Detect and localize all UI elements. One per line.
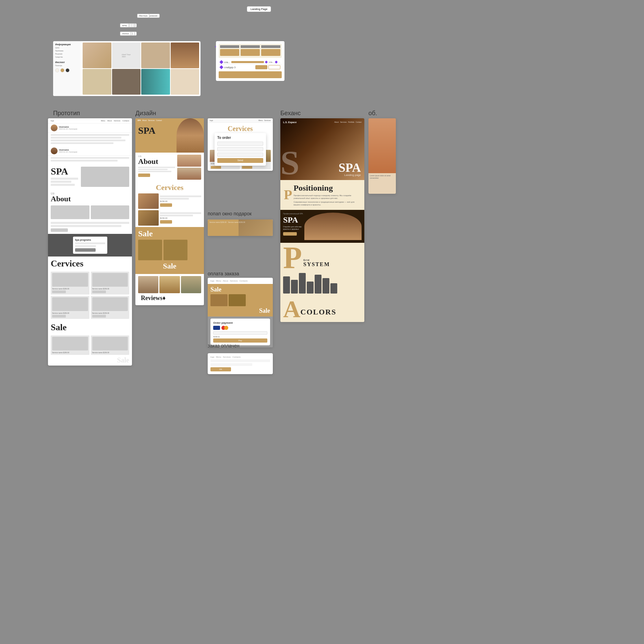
design-about-section: Us About (135, 153, 204, 182)
ob-img (368, 118, 396, 173)
design-sale-bottom-title: Sale (138, 260, 201, 272)
visa-icon (213, 326, 220, 330)
proto-sale-bottom: Sale (48, 356, 132, 366)
design-sale-img-2 (163, 240, 187, 260)
proto-sale-title: Sale (48, 320, 132, 334)
proto-sp-btn[interactable] (75, 248, 96, 252)
order-paid-btn[interactable]: OK (210, 367, 231, 371)
moodboard-images: Heal YourSkin (81, 41, 201, 96)
mastercard-icon (221, 326, 228, 330)
order-payment-label: оплата заказа (208, 271, 239, 276)
slider-3-label: слайдер 3 (224, 66, 235, 69)
behance-pos-title: Positioning (293, 183, 361, 193)
design-about-title: About (138, 158, 175, 165)
ob-container: Lorem ipsum dolor sit amet consectetur (368, 118, 396, 194)
proto-sale-card-2: Service name $156.00 (91, 335, 130, 355)
popup-service-btn-1[interactable] (211, 166, 221, 169)
order-paid-container: logo · Menu · Services · Contacts OK (208, 353, 273, 374)
ob-section-label: об. (368, 110, 377, 117)
behance-section-label: Беханс (280, 110, 301, 117)
proto-spa-title: SPA (51, 167, 78, 176)
moodboard-sidebar: Информация Цена Проблема Решение Средств… (53, 41, 81, 96)
prototype-section-label: Прототип (53, 110, 80, 117)
group28-bar (219, 71, 282, 78)
popup-send-btn[interactable]: Send (217, 158, 263, 163)
flowchart-main-label: Landing Page (251, 8, 267, 11)
proto-hero-section: Username 2024-01-15 • Категория Username… (48, 123, 132, 164)
proto-about-title: About (51, 195, 129, 203)
proto-avatar-2 (51, 147, 58, 154)
fc-subnode-21: checkout (120, 32, 131, 36)
behance-landing-tag: Landing page (344, 174, 361, 177)
gift-popup-container: Service name $156.00 Service name $156.0… (208, 219, 273, 236)
design-review-img-1 (138, 276, 158, 293)
proto-spa-hero: SPA (48, 164, 132, 190)
slider-1-label: сла... (224, 61, 230, 63)
proto-cervices-title: Cervices (48, 257, 132, 270)
behance-system-title: SYSTEM (303, 261, 362, 267)
proto-nav: logo Menu About Services Contacts (48, 118, 132, 123)
design-sale-title: Sale (138, 229, 201, 238)
order-sale-title: Sale (210, 286, 270, 293)
prototype-container: logo Menu About Services Contacts Userna… (48, 118, 132, 366)
order-sale-bottom: Sale (210, 307, 270, 314)
group28-table (219, 44, 282, 58)
behance-p-bg: P (284, 188, 292, 202)
design-services-list: $156.00 $156.00 (135, 193, 204, 226)
card-number-input[interactable] (213, 331, 267, 335)
order-payment-box: Order payment 5000 $ Pay (210, 319, 270, 345)
design-service-1: $156.00 (138, 193, 201, 209)
slider-row-1: сла... сла... ... (219, 60, 282, 64)
proto-services-grid: Service name $156.00 Service name $156.0… (48, 270, 132, 320)
proto-user-row-1: Username 2024-01-15 • Категория (48, 123, 132, 133)
proto-service-card-3: Service name $156.00 (51, 296, 89, 319)
behance-spa-inner: SPA (283, 215, 303, 225)
flowchart-main-node: Landing Page (247, 6, 271, 12)
popup-service-btn-2[interactable] (242, 166, 252, 169)
popup-nav: logo Menu Services (208, 118, 273, 123)
design-container: SPA About Services Contact SPA Us About (135, 118, 204, 305)
proto-about-section: Us About (48, 190, 132, 234)
behance-spa-btn[interactable] (283, 232, 297, 236)
design-nav: SPA About Services Contact (135, 118, 204, 122)
behance-colors-title: COLORS (301, 308, 337, 317)
proto-service-card-1: Service name $156.00 (51, 272, 89, 295)
order-paid-label: заказ оплачен (208, 343, 239, 348)
design-sale-section: Sale Sale (135, 227, 204, 274)
design-reviews-section: Reviews♦ (135, 274, 204, 305)
behance-spa-dark: Профессиональный SPA SPA Откройте для се… (280, 210, 364, 243)
proto-sale-grid: Service name $156.00 Service name $156.0… (48, 334, 132, 356)
proto-cervices-section: Cervices Service name $156.00 Service na… (48, 257, 132, 320)
order-payment-title: Order payment (213, 321, 267, 324)
proto-sale-section: Sale Service name $156.00 Service name $… (48, 320, 132, 366)
popup-input-1[interactable] (217, 142, 263, 146)
popup-input-3[interactable] (217, 153, 263, 157)
order-popup-container: logo · Menu · About · Services · Contact… (208, 278, 273, 347)
proto-avatar-1 (51, 124, 58, 131)
behance-p-letter-section: P Grid SYSTEM (280, 243, 364, 270)
fc-subnode-16: spring (120, 23, 129, 27)
proto-spa-programs: Spa programs (73, 237, 107, 254)
design-review-img-3 (181, 276, 201, 293)
fc-node-11: Мастера (137, 14, 149, 18)
proto-user-row-2: Username 2024-01-10 • Категория (48, 146, 132, 156)
popup-input-2[interactable] (217, 147, 263, 151)
behance-spa-title: SPA (339, 162, 361, 173)
proto-service-card-2: Service name $156.00 (91, 272, 130, 295)
proto-spa-programs-section: Spa programs (48, 234, 132, 257)
design-service-2: $156.00 (138, 210, 201, 226)
popup-order-overlay: To order Send (215, 133, 266, 166)
order-pay-btn[interactable]: Pay (213, 338, 267, 343)
design-about-btn[interactable] (138, 174, 150, 177)
moodboard-container: Информация Цена Проблема Решение Средств… (53, 41, 201, 96)
slider-row-2: слайдер 3 (219, 64, 282, 70)
design-reviews-title: Reviews♦ (138, 293, 201, 303)
popup-cervices-section: logo Menu Services Cervices To order Sen… (208, 118, 273, 174)
design-spa-logo: SPA (138, 125, 156, 136)
design-hero-face (177, 118, 204, 153)
proto-service-card-4: Service name $156.00 (91, 296, 130, 319)
design-review-img-2 (159, 276, 180, 293)
behance-colors-section: A COLORS (280, 296, 364, 322)
behance-positioning: P Positioning Профессиональный подход к … (280, 180, 364, 210)
proto-sale-card-1: Service name $156.00 (51, 335, 89, 355)
